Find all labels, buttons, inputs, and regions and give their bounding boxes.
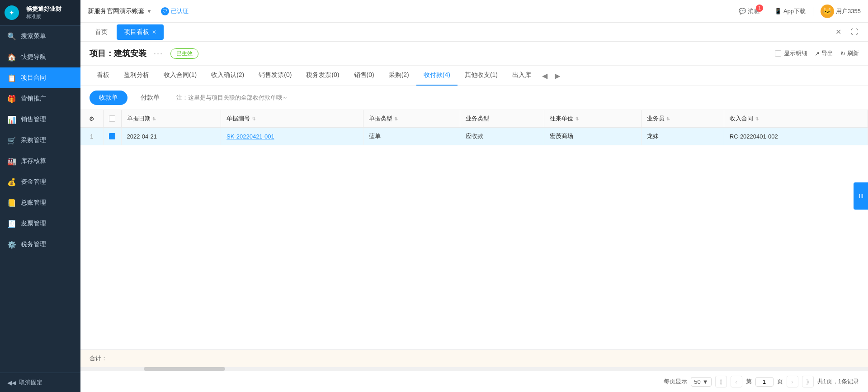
topbar: 新服务官网演示账套 ▼ 🛡 已认证 💬 消息 1 📱 App下载 🐱 用户335… xyxy=(80,0,868,23)
message-badge: 1 xyxy=(756,5,763,12)
th-type[interactable]: 单据类型⇅ xyxy=(363,110,460,128)
app-download-button[interactable]: 📱 App下载 xyxy=(774,7,806,15)
nav-tab-purchase[interactable]: 采购(2) xyxy=(382,66,416,86)
minimize-button[interactable]: ✕ xyxy=(832,26,844,38)
nav-tab-board[interactable]: 看板 xyxy=(90,66,117,86)
tab-home[interactable]: 首页 xyxy=(88,24,115,40)
row-index: 1 xyxy=(80,128,103,145)
nav-next-arrow[interactable]: ▶ xyxy=(551,69,564,82)
sub-tab-receipt[interactable]: 收款单 xyxy=(90,91,127,105)
shield-icon: 🛡 xyxy=(161,7,169,15)
sidebar-item-purchase[interactable]: 🛒 采购管理 xyxy=(0,130,80,151)
row-checkbox-cell[interactable] xyxy=(103,128,121,145)
home-icon: 🏠 xyxy=(7,53,16,62)
th-number[interactable]: 单据编号⇅ xyxy=(221,110,363,128)
nav-tab-income-contract[interactable]: 收入合同(1) xyxy=(156,66,204,86)
unpin-button[interactable]: ◀◀ 取消固定 xyxy=(0,373,80,392)
project-prefix: 项目：建筑安装 xyxy=(90,48,146,59)
sidebar-item-invoice[interactable]: 🧾 发票管理 xyxy=(0,213,80,234)
purchase-icon: 🛒 xyxy=(7,136,16,145)
nav-tab-in-out[interactable]: 出入库 xyxy=(505,66,538,86)
row-number[interactable]: SK-20220421-001 xyxy=(221,128,363,145)
sidebar-item-ledger[interactable]: 📒 总账管理 xyxy=(0,192,80,213)
th-checkbox[interactable] xyxy=(103,110,121,128)
sidebar-item-marketing[interactable]: 🎁 营销推广 xyxy=(0,88,80,109)
refresh-icon: ↻ xyxy=(840,50,845,57)
account-dropdown-icon: ▼ xyxy=(146,8,152,14)
per-page-select[interactable]: 50 ▼ xyxy=(691,377,711,387)
sidebar-item-project[interactable]: 📋 项目合同 xyxy=(0,67,80,88)
tabbar: 首页 项目看板 ✕ ✕ ⛶ xyxy=(80,23,868,42)
message-button[interactable]: 💬 消息 1 xyxy=(739,7,760,15)
sidebar-item-funds[interactable]: 💰 资金管理 xyxy=(0,172,80,192)
th-settings[interactable]: ⚙ xyxy=(80,110,103,128)
sidebar-logo: ✦ 畅捷通好业财 标准版 xyxy=(0,0,80,26)
nav-tab-sales[interactable]: 销售(0) xyxy=(347,66,382,86)
sidebar-item-inventory[interactable]: 🏭 库存核算 xyxy=(0,151,80,172)
tab-project-board[interactable]: 项目看板 ✕ xyxy=(117,24,164,40)
avatar: 🐱 xyxy=(821,5,834,18)
page-number-input[interactable] xyxy=(755,377,774,387)
tabbar-controls: ✕ ⛶ xyxy=(832,26,861,38)
project-icon: 📋 xyxy=(7,73,16,82)
table-footer: 合计： xyxy=(80,349,868,367)
sidebar-item-search[interactable]: 🔍 搜索菜单 xyxy=(0,26,80,47)
marketing-icon: 🎁 xyxy=(7,94,16,103)
funds-icon: 💰 xyxy=(7,177,16,186)
row-income-contract: RC-20220401-002 xyxy=(724,128,868,145)
certified-badge: 🛡 已认证 xyxy=(161,7,189,15)
account-selector[interactable]: 新服务官网演示账套 ▼ xyxy=(88,7,152,15)
nav-prev-arrow[interactable]: ◀ xyxy=(538,69,551,82)
next-page-button[interactable]: › xyxy=(787,376,798,387)
nav-tab-profit[interactable]: 盈利分析 xyxy=(117,66,156,86)
scrollbar-thumb[interactable] xyxy=(144,367,225,371)
project-more-button[interactable]: ··· xyxy=(154,49,163,58)
show-detail-toggle[interactable]: 显示明细 xyxy=(775,49,807,57)
nav-tab-sales-invoice[interactable]: 销售发票(0) xyxy=(251,66,299,86)
project-name: 建筑安装 xyxy=(114,49,146,58)
row-partner: 宏茂商场 xyxy=(544,128,642,145)
tab-close-icon[interactable]: ✕ xyxy=(152,29,156,35)
project-status-badge: 已生效 xyxy=(170,48,198,59)
sort-icon: ⇅ xyxy=(666,116,670,121)
ledger-icon: 📒 xyxy=(7,198,16,207)
th-partner[interactable]: 往来单位⇅ xyxy=(544,110,642,128)
nav-tab-other-expense[interactable]: 其他收支(1) xyxy=(458,66,505,86)
table-container: ⚙ 单据日期⇅ 单据编号⇅ 单据类型⇅ xyxy=(80,110,868,349)
th-income-contract[interactable]: 收入合同⇅ xyxy=(724,110,868,128)
prev-page-button[interactable]: ‹ xyxy=(731,376,742,387)
table-row: 1 2022-04-21 SK-20220421-001 蓝单 应收款 宏茂商场… xyxy=(80,128,868,145)
divider xyxy=(767,7,767,16)
nav-tab-tax-invoice[interactable]: 税务发票(0) xyxy=(299,66,346,86)
last-page-button[interactable]: ⟫ xyxy=(802,376,814,387)
nav-tab-receipt[interactable]: 收付款(4) xyxy=(416,66,458,86)
project-header: 项目：建筑安装 ··· 已生效 显示明细 ↗ 导出 ↻ 刷新 xyxy=(80,42,868,66)
th-salesman[interactable]: 业务员⇅ xyxy=(641,110,724,128)
refresh-button[interactable]: ↻ 刷新 xyxy=(840,49,859,57)
divider2 xyxy=(813,7,813,16)
sidebar-item-shortcut[interactable]: 🏠 快捷导航 xyxy=(0,47,80,67)
user-menu[interactable]: 🐱 用户3355 xyxy=(821,5,861,18)
nav-tabs: 看板 盈利分析 收入合同(1) 收入确认(2) 销售发票(0) 税务发票(0) … xyxy=(80,66,868,86)
sub-tab-payment[interactable]: 付款单 xyxy=(131,91,169,105)
show-detail-checkbox[interactable] xyxy=(775,50,781,57)
pagination-bar: 每页显示 50 ▼ ⟪ ‹ 第 页 › ⟫ 共1页，1条记录 xyxy=(80,371,868,392)
sort-icon: ⇅ xyxy=(152,116,156,121)
th-date[interactable]: 单据日期⇅ xyxy=(121,110,221,128)
scrollbar-track[interactable] xyxy=(80,367,868,371)
select-all-checkbox[interactable] xyxy=(109,115,115,122)
export-button[interactable]: ↗ 导出 xyxy=(815,49,833,57)
sort-icon: ⇅ xyxy=(755,116,759,121)
settings-icon[interactable]: ⚙ xyxy=(89,115,94,122)
sidebar-item-tax[interactable]: ⚙️ 税务管理 xyxy=(0,234,80,255)
doc-link[interactable]: SK-20220421-001 xyxy=(226,133,274,140)
content-area: 项目：建筑安装 ··· 已生效 显示明细 ↗ 导出 ↻ 刷新 xyxy=(80,42,868,392)
row-biz-type: 应收款 xyxy=(460,128,544,145)
row-checkbox[interactable] xyxy=(109,133,115,139)
first-page-button[interactable]: ⟪ xyxy=(715,376,727,387)
th-biz-type: 业务类型 xyxy=(460,110,544,128)
nav-tab-income-confirm[interactable]: 收入确认(2) xyxy=(204,66,251,86)
side-panel-toggle[interactable]: ≡ xyxy=(854,182,868,210)
sidebar-item-sales[interactable]: 📊 销售管理 xyxy=(0,109,80,130)
maximize-button[interactable]: ⛶ xyxy=(848,26,861,38)
